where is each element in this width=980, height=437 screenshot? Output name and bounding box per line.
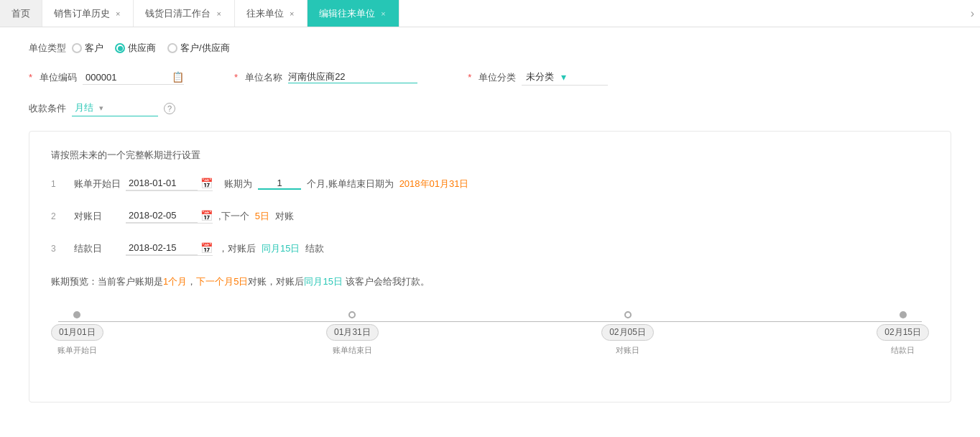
timeline-dot-3 <box>900 311 907 318</box>
settings-card: 请按照未来的一个完整帐期进行设置 1 账单开始日 📅 账期为 个月,账单结束日期… <box>29 131 951 402</box>
setting-row-2: 2 对账日 📅 ,下一个 5日 对账 <box>51 208 929 224</box>
timeline-nodes: 01月01日 账单开始日 01月31日 账单结束日 02月05日 对账日 <box>51 311 929 356</box>
timeline-dot-2 <box>624 311 632 318</box>
settle-highlight: 同月15日 <box>262 242 300 255</box>
radio-customer[interactable]: 客户 <box>72 42 103 55</box>
payment-cond-field: 收款条件 月结 ▾ ? <box>29 100 175 116</box>
unit-code-icon[interactable]: 📋 <box>172 71 184 83</box>
period-input[interactable] <box>258 178 301 190</box>
period-suffix: 个月,账单结束日期为 <box>307 178 394 190</box>
radio-supplier[interactable]: 供应商 <box>115 42 156 55</box>
tab-home-label: 首页 <box>11 7 30 20</box>
radio-both-circle <box>167 43 177 53</box>
start-date-input-wrapper: 📅 <box>126 176 213 191</box>
tab-sales-history[interactable]: 销售订单历史 × <box>42 0 134 27</box>
unit-code-field: * 单位编码 📋 <box>29 70 184 85</box>
required-star-classif: * <box>468 72 471 83</box>
recon-date-input-wrapper: 📅 <box>126 208 213 224</box>
preview-prefix: 账期预览：当前客户账期是 <box>51 276 163 287</box>
row-content-1: 📅 账期为 个月,账单结束日期为 2018年01月31日 <box>126 176 929 191</box>
radio-supplier-label: 供应商 <box>128 42 156 55</box>
row-number-1: 1 <box>51 179 65 189</box>
main-content: 单位类型 客户 供应商 客户/供应商 * 单位编码 <box>0 27 980 437</box>
payment-cond-label: 收款条件 <box>29 102 66 115</box>
timeline-label-top-3: 02月15日 <box>877 324 929 341</box>
period-preview: 账期预览：当前客户账期是1个月，下一个月5日对账，对账后同月15日 该客户会给我… <box>51 273 929 290</box>
timeline-label-bottom-2: 对账日 <box>616 345 639 356</box>
payment-cond-value: 月结 <box>72 100 96 116</box>
payment-cond-dropdown-icon[interactable]: ▾ <box>99 104 103 113</box>
timeline: 01月01日 账单开始日 01月31日 账单结束日 02月05日 对账日 <box>51 304 929 385</box>
settle-date-calendar-icon[interactable]: 📅 <box>200 242 213 254</box>
radio-customer-circle <box>72 43 82 53</box>
unit-info-row: * 单位编码 📋 * 单位名称 * 单位分类 未分类 ▾ <box>29 69 951 86</box>
tab-sales-history-label: 销售订单历史 <box>54 7 110 20</box>
recon-date-input[interactable] <box>126 208 198 223</box>
radio-both-label: 客户/供应商 <box>180 42 230 55</box>
settle-date-input[interactable] <box>126 241 198 255</box>
radio-customer-label: 客户 <box>85 42 103 55</box>
timeline-node-0: 01月01日 账单开始日 <box>51 311 103 356</box>
settle-date-input-wrapper: 📅 <box>126 241 213 256</box>
unit-name-input[interactable] <box>288 72 417 83</box>
preview-mid2: 对账，对账后 <box>248 276 304 287</box>
unit-classif-label: 单位分类 <box>479 71 516 84</box>
tab-cash-daily-label: 钱货日清工作台 <box>145 7 211 20</box>
tab-partner-close[interactable]: × <box>288 9 295 19</box>
recon-date-calendar-icon[interactable]: 📅 <box>200 210 213 221</box>
tab-cash-daily[interactable]: 钱货日清工作台 × <box>134 0 234 27</box>
unit-name-field: * 单位名称 <box>234 71 417 84</box>
unit-name-label: 单位名称 <box>245 71 282 84</box>
row-label-3: 结款日 <box>74 242 117 255</box>
timeline-label-top-1: 01月31日 <box>326 324 379 341</box>
tab-edit-partner[interactable]: 编辑往来单位 × <box>308 0 399 27</box>
preview-part1: 1个月 <box>163 276 187 287</box>
classif-dropdown-icon[interactable]: ▾ <box>561 71 566 83</box>
unit-classif-field: * 单位分类 未分类 ▾ <box>468 69 608 86</box>
unit-type-label: 单位类型 <box>29 42 66 55</box>
unit-classif-select[interactable]: 未分类 ▾ <box>522 69 608 86</box>
tab-partner-label: 往来单位 <box>246 7 284 20</box>
tab-cash-daily-close[interactable]: × <box>215 9 222 19</box>
timeline-label-top-2: 02月05日 <box>601 324 654 341</box>
timeline-dot-1 <box>348 311 356 318</box>
tab-sales-history-close[interactable]: × <box>114 9 121 19</box>
preview-part2: 下一个月5日 <box>196 276 248 287</box>
timeline-label-bottom-3: 结款日 <box>891 345 915 356</box>
period-mid-text: 账期为 <box>224 178 252 190</box>
required-star-code: * <box>29 72 32 83</box>
timeline-node-2: 02月05日 对账日 <box>601 311 654 356</box>
help-icon[interactable]: ? <box>164 103 175 114</box>
tab-home[interactable]: 首页 <box>0 0 42 27</box>
row-label-1: 账单开始日 <box>74 178 117 190</box>
radio-both[interactable]: 客户/供应商 <box>167 42 230 55</box>
row-label-2: 对账日 <box>74 210 117 223</box>
required-star-name: * <box>234 72 238 83</box>
unit-code-input[interactable] <box>83 70 169 84</box>
row-number-2: 2 <box>51 211 65 221</box>
start-date-calendar-icon[interactable]: 📅 <box>200 178 213 189</box>
setting-row-1: 1 账单开始日 📅 账期为 个月,账单结束日期为 2018年01月31日 <box>51 176 929 191</box>
timeline-label-bottom-1: 账单结束日 <box>333 345 372 356</box>
payment-cond-row: 收款条件 月结 ▾ ? <box>29 100 951 116</box>
settle-end-text: 结款 <box>305 242 324 255</box>
card-title: 请按照未来的一个完整帐期进行设置 <box>51 149 929 162</box>
tab-partner[interactable]: 往来单位 × <box>235 0 308 27</box>
timeline-dot-0 <box>73 311 80 318</box>
unit-type-radio-group: 客户 供应商 客户/供应商 <box>72 42 230 55</box>
timeline-node-3: 02月15日 结款日 <box>877 311 929 356</box>
recon-end-text: 对账 <box>275 210 294 223</box>
radio-supplier-circle <box>115 43 125 53</box>
payment-cond-select[interactable]: 月结 ▾ <box>72 100 158 116</box>
tab-nav-right[interactable]: › <box>971 0 980 27</box>
unit-classif-value: 未分类 <box>522 69 558 85</box>
unit-type-field: 单位类型 客户 供应商 客户/供应商 <box>29 42 230 55</box>
tab-bar: 首页 销售订单历史 × 钱货日清工作台 × 往来单位 × 编辑往来单位 × › <box>0 0 980 27</box>
row-content-2: 📅 ,下一个 5日 对账 <box>126 208 929 224</box>
recon-suffix: ,下一个 <box>218 210 249 223</box>
tab-edit-partner-label: 编辑往来单位 <box>319 7 375 20</box>
unit-type-row: 单位类型 客户 供应商 客户/供应商 <box>29 42 951 55</box>
tab-edit-partner-close[interactable]: × <box>379 9 387 19</box>
unit-code-label: 单位编码 <box>40 71 77 84</box>
start-date-input[interactable] <box>126 176 198 190</box>
